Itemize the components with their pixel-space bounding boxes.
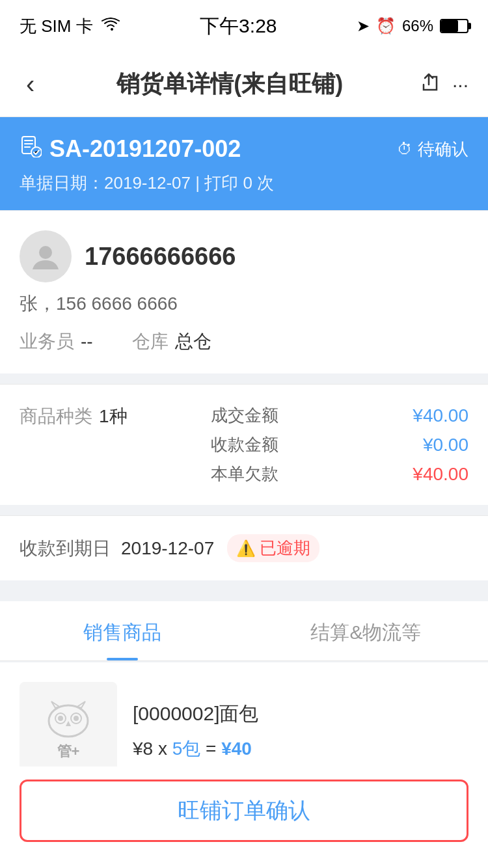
product-info: [0000002]面包 ¥8 x 5包 = ¥40	[133, 701, 468, 761]
bottom-bar: 旺铺订单确认	[0, 766, 488, 868]
transaction-amount-row: 成交金额 ¥40.00	[211, 404, 468, 427]
avatar	[20, 230, 72, 282]
more-icon[interactable]: ···	[452, 74, 468, 96]
tab-sales-products[interactable]: 销售商品	[0, 601, 244, 660]
svg-point-9	[74, 716, 79, 721]
received-amount-row: 收款金额 ¥0.00	[211, 433, 468, 456]
order-status: ⏱ 待确认	[397, 138, 468, 161]
nav-bar: ‹ 销货单详情(来自旺铺) ···	[0, 52, 488, 117]
status-left: 无 SIM 卡	[20, 15, 120, 38]
order-date: 单据日期：2019-12-07 | 打印 0 次	[20, 172, 468, 195]
svg-marker-10	[66, 721, 71, 726]
warehouse-item: 仓库 总仓	[132, 329, 211, 354]
status-time: 下午3:28	[200, 13, 277, 40]
nav-actions: ···	[418, 72, 468, 97]
due-date-label: 收款到期日	[20, 536, 111, 561]
product-name: [0000002]面包	[133, 701, 468, 727]
warning-icon: ⚠️	[236, 539, 256, 558]
sales-rep-value: --	[81, 331, 93, 352]
warehouse-label: 仓库	[132, 329, 169, 354]
transaction-value: ¥40.00	[413, 405, 468, 426]
clock-icon: ⏱	[397, 140, 413, 158]
status-right: ➤ ⏰ 66%	[357, 17, 468, 35]
svg-point-2	[39, 246, 52, 259]
confirm-order-button[interactable]: 旺铺订单确认	[20, 780, 468, 842]
owed-value: ¥40.00	[413, 464, 468, 485]
battery-percent: 66%	[402, 17, 433, 35]
qty-part: 5包	[172, 739, 201, 759]
order-header: SA-20191207-002 ⏱ 待确认 单据日期：2019-12-07 | …	[0, 117, 488, 210]
order-status-text: 待确认	[418, 138, 468, 161]
due-date-card: 收款到期日 2019-12-07 ⚠️ 已逾期	[0, 516, 488, 580]
svg-marker-4	[51, 701, 59, 708]
sales-rep-item: 业务员 --	[20, 329, 93, 354]
svg-marker-5	[77, 701, 85, 708]
total-part: ¥40	[221, 739, 252, 759]
status-bar: 无 SIM 卡 下午3:28 ➤ ⏰ 66%	[0, 0, 488, 52]
equals-part: =	[200, 739, 221, 759]
transaction-label: 成交金额	[211, 404, 278, 427]
customer-phone: 17666666666	[85, 243, 236, 271]
price-part: ¥8 x	[133, 739, 172, 759]
battery-icon	[440, 19, 468, 33]
due-date-value: 2019-12-07	[121, 538, 214, 559]
wifi-icon	[101, 16, 120, 36]
tab-sales-products-label: 销售商品	[83, 621, 161, 643]
received-label: 收款金额	[211, 433, 278, 456]
overdue-badge: ⚠️ 已逾期	[227, 534, 319, 562]
warehouse-value: 总仓	[175, 329, 211, 354]
owed-label: 本单欠款	[211, 463, 278, 485]
product-thumbnail: 管+	[20, 682, 117, 780]
amount-card: 商品种类 1种 成交金额 ¥40.00 收款金额 ¥0.00 本单欠款 ¥40.…	[0, 385, 488, 505]
share-icon[interactable]	[418, 72, 439, 97]
order-doc-icon	[20, 135, 42, 163]
tabs-bar: 销售商品 结算&物流等	[0, 601, 488, 661]
customer-name: 张，156 6666 6666	[20, 292, 468, 316]
order-id: SA-20191207-002	[49, 135, 241, 163]
received-value: ¥0.00	[423, 435, 468, 455]
tab-settlement-label: 结算&物流等	[310, 621, 421, 643]
product-type-label: 商品种类	[20, 404, 92, 429]
product-price-formula: ¥8 x 5包 = ¥40	[133, 737, 468, 761]
alarm-icon: ⏰	[376, 17, 396, 35]
page-title: 销货单详情(来自旺铺)	[116, 68, 343, 100]
back-button[interactable]: ‹	[20, 63, 41, 105]
sales-rep-label: 业务员	[20, 329, 74, 354]
location-icon: ➤	[357, 17, 370, 35]
tab-settlement[interactable]: 结算&物流等	[244, 601, 488, 660]
customer-card: 17666666666 张，156 6666 6666 业务员 -- 仓库 总仓	[0, 211, 488, 373]
owed-amount-row: 本单欠款 ¥40.00	[211, 463, 468, 485]
svg-point-8	[58, 716, 63, 721]
carrier-text: 无 SIM 卡	[20, 15, 93, 38]
product-type-count: 1种	[99, 404, 128, 429]
overdue-text: 已逾期	[260, 537, 310, 560]
